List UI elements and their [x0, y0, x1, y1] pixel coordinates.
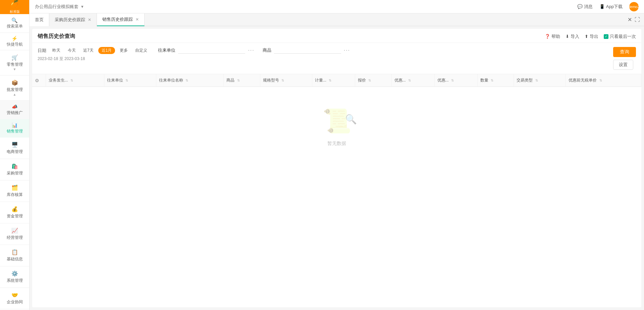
col-discount2[interactable]: 优惠... ⇅ — [434, 74, 477, 87]
app-download-button[interactable]: 📱 App下载 — [599, 4, 623, 10]
col-gear[interactable]: ⚙ — [32, 74, 46, 87]
sort-discount2-icon: ⇅ — [451, 79, 454, 82]
sort-partner-name-icon: ⇅ — [185, 79, 188, 82]
system-icon: ⚙️ — [11, 270, 18, 277]
col-discount1-label: 优惠... — [394, 78, 406, 83]
sidebar-item-finance[interactable]: 💰 资金管理 — [0, 202, 29, 223]
date-btn-yesterday[interactable]: 昨天 — [50, 47, 63, 54]
sort-goods-icon: ⇅ — [237, 79, 240, 82]
sort-quote-icon: ⇅ — [368, 79, 371, 82]
col-partner-name[interactable]: 往来单位名称 ⇅ — [156, 74, 223, 87]
tab-bar: 首页 采购历史价跟踪 ✕ 销售历史价跟踪 ✕ ✕ ⛶ — [30, 13, 644, 26]
sort-no-tax-price-icon: ⇅ — [599, 79, 602, 82]
col-trade-type[interactable]: 交易类型 ⇅ — [514, 74, 566, 87]
date-range-display: 2023-02-18 至 2023-03-18 — [38, 56, 150, 62]
export-label: 导出 — [590, 34, 598, 40]
query-button[interactable]: 查询 — [613, 47, 636, 57]
system-label: 系统管理 — [7, 278, 23, 283]
tab-sales-close[interactable]: ✕ — [136, 17, 139, 22]
sidebar-item-basic[interactable]: 📋 基础信息 — [0, 245, 29, 266]
date-btn-1month[interactable]: 近1月 — [98, 47, 115, 54]
export-button[interactable]: ⬆ 导出 — [585, 34, 598, 40]
wholesale-expand-icon: ▲ — [13, 93, 16, 96]
goods-input[interactable] — [274, 47, 341, 54]
close-button[interactable]: ✕ — [628, 16, 632, 23]
col-spec-label: 规格型号 — [263, 78, 279, 83]
col-discount1[interactable]: 优惠... ⇅ — [391, 74, 434, 87]
marketing-label: 营销推广 — [7, 110, 23, 116]
sidebar-item-marketing[interactable]: 📣 营销推广 — [0, 101, 29, 119]
gear-button[interactable]: ⚙ — [35, 78, 39, 83]
import-button[interactable]: ⬇ 导入 — [566, 34, 579, 40]
message-icon: 💬 — [577, 4, 583, 9]
tab-purchase-history[interactable]: 采购历史价跟踪 ✕ — [49, 13, 97, 26]
col-no-tax-price-label: 优惠前无税单价 — [569, 78, 597, 83]
sidebar-item-ecommerce[interactable]: 🖥️ 电商管理 — [0, 138, 29, 159]
maximize-button[interactable]: ⛶ — [635, 17, 640, 23]
col-goods-label: 商品 — [226, 78, 234, 83]
col-partner-name-label: 往来单位名称 — [159, 78, 183, 83]
sidebar-item-quick-nav[interactable]: ⚡ 快捷导航 — [0, 33, 29, 50]
col-no-tax-price[interactable]: 优惠前无税单价 ⇅ — [566, 74, 641, 87]
inventory-label: 库存核算 — [7, 192, 23, 198]
logo[interactable]: 🍊 标准版 — [0, 0, 30, 14]
tab-home[interactable]: 首页 — [30, 13, 49, 26]
col-trade-type-label: 交易类型 — [517, 78, 533, 83]
sort-quantity-icon: ⇅ — [491, 79, 493, 82]
col-quote-label: 报价 — [358, 78, 366, 83]
app-title: 办公用品行业模拟账套 — [35, 4, 78, 10]
sidebar-item-enterprise[interactable]: 🤝 企业协同 — [0, 288, 29, 309]
col-biz-date[interactable]: 业务发生... ⇅ — [46, 74, 104, 87]
col-partner-code[interactable]: 往来单位 ⇅ — [104, 74, 156, 87]
date-btn-today[interactable]: 今天 — [65, 47, 78, 54]
enterprise-label: 企业协同 — [7, 299, 23, 305]
view-last-toggle[interactable]: ✓ 只看最后一次 — [604, 34, 636, 40]
partner-ellipsis[interactable]: ··· — [248, 47, 254, 53]
partner-input[interactable] — [178, 47, 245, 54]
top-header: 办公用品行业模拟账套 ▾ 💬 消息 📱 App下载 demo2 — [30, 0, 644, 13]
user-avatar[interactable]: demo2 — [629, 2, 639, 11]
message-button[interactable]: 💬 消息 — [577, 4, 593, 10]
date-btn-custom[interactable]: 自定义 — [132, 47, 150, 54]
help-button[interactable]: ❓ 帮助 — [545, 34, 560, 40]
tab-sales-history[interactable]: 销售历史价跟踪 ✕ — [97, 13, 145, 26]
export-icon: ⬆ — [585, 34, 588, 39]
goods-ellipsis[interactable]: ··· — [344, 47, 350, 53]
sidebar-item-wholesale[interactable]: 📦 批发管理 ▲ — [0, 75, 29, 101]
enterprise-icon: 🤝 — [11, 292, 18, 298]
col-quantity[interactable]: 数量 ⇅ — [477, 74, 514, 87]
date-btn-7days[interactable]: 近7天 — [80, 47, 96, 54]
col-quote[interactable]: 报价 ⇅ — [355, 74, 391, 87]
sort-unit-icon: ⇅ — [329, 79, 331, 82]
table-header: ⚙ 业务发生... ⇅ 往来单位 ⇅ 往来单位名称 — [32, 74, 641, 87]
user-name: demo2 — [628, 5, 640, 9]
goods-filter-group: 商品 ··· — [263, 47, 350, 54]
tab-purchase-close[interactable]: ✕ — [88, 17, 91, 22]
col-spec[interactable]: 规格型号 ⇅ — [260, 74, 312, 87]
sidebar-item-purchase[interactable]: 🛍️ 采购管理 — [0, 159, 29, 180]
import-label: 导入 — [571, 34, 579, 40]
ecommerce-label: 电商管理 — [7, 149, 23, 155]
empty-state: 📜 🔍 暂无数据 — [32, 87, 641, 167]
partner-label: 往来单位 — [158, 47, 175, 53]
sidebar-item-operations[interactable]: 📈 经营管理 — [0, 223, 29, 245]
finance-label: 资金管理 — [7, 213, 23, 219]
purchase-icon: 🛍️ — [11, 163, 18, 169]
view-last-checkbox[interactable]: ✓ — [604, 34, 608, 39]
sidebar-item-sales[interactable]: 📊 销售管理 — [0, 119, 29, 138]
sidebar-item-inventory[interactable]: 🗂️ 库存核算 — [0, 180, 29, 202]
col-goods[interactable]: 商品 ⇅ — [224, 74, 260, 87]
tab-sales-label: 销售历史价跟踪 — [102, 16, 133, 22]
sidebar-item-search[interactable]: 🔍 搜索菜单 — [0, 14, 29, 33]
sidebar-item-retail[interactable]: 🛒 零售管理 ▼ — [0, 50, 29, 75]
dropdown-icon[interactable]: ▾ — [81, 4, 84, 9]
sidebar-item-system[interactable]: ⚙️ 系统管理 — [0, 266, 29, 288]
date-btn-more[interactable]: 更多 — [117, 47, 130, 54]
col-discount2-label: 优惠... — [437, 78, 449, 83]
import-icon: ⬇ — [566, 34, 569, 39]
setting-button[interactable]: 设置 — [613, 60, 633, 70]
window-controls: ✕ ⛶ — [624, 16, 644, 23]
help-icon: ❓ — [545, 34, 550, 39]
col-unit[interactable]: 计量... ⇅ — [312, 74, 355, 87]
basic-label: 基础信息 — [7, 256, 23, 262]
